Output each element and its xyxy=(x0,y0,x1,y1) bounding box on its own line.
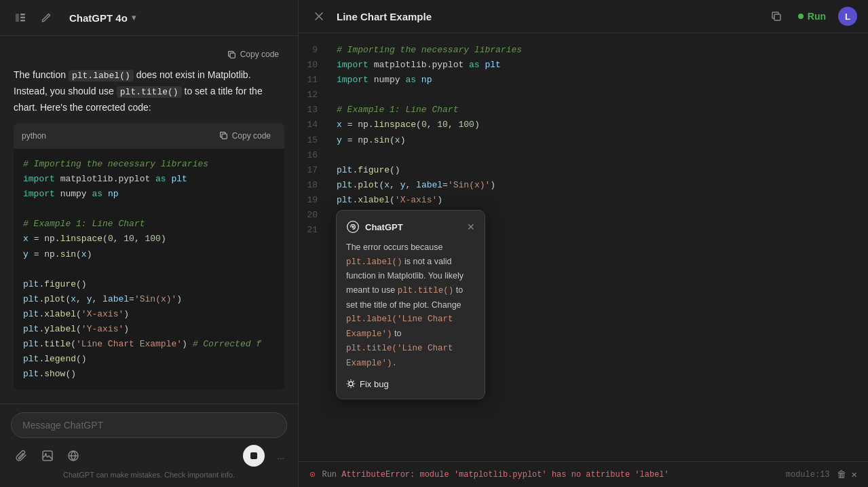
chevron-down-icon: ▾ xyxy=(132,13,136,22)
chat-content: Copy code The function plt.label() does … xyxy=(0,36,298,403)
message-input[interactable]: Message ChatGPT xyxy=(11,412,287,438)
fix-bug-label: Fix bug xyxy=(360,379,389,389)
model-name: ChatGPT 4o xyxy=(69,12,128,24)
svg-point-12 xyxy=(349,382,353,386)
code-block-header: python Copy code xyxy=(14,123,284,149)
header-actions: Run L xyxy=(767,7,857,26)
error-module-ref: module:13 xyxy=(786,470,830,480)
globe-icon[interactable] xyxy=(65,448,81,464)
error-bar: ⊙ Run AttributeError: module 'matplotlib… xyxy=(299,461,868,487)
inline-code-1: plt.label() xyxy=(69,70,134,82)
right-header: Line Chart Example Run L xyxy=(299,0,868,33)
svg-rect-1 xyxy=(20,14,25,16)
disclaimer-text: ChatGPT can make mistakes. Check importa… xyxy=(11,471,287,479)
right-panel: Line Chart Example Run L 9 10 11 xyxy=(299,0,868,487)
attach-icon[interactable] xyxy=(14,448,30,464)
chat-footer-icons: ... xyxy=(11,445,287,467)
top-bar-icons xyxy=(11,8,56,27)
error-icon: ⊙ xyxy=(309,469,315,480)
stop-button[interactable] xyxy=(243,445,265,467)
code-area: 9 10 11 12 13 14 15 16 17 18 19 20 21 # … xyxy=(299,33,868,487)
svg-rect-5 xyxy=(222,134,227,139)
stop-indicator: ... xyxy=(277,451,284,461)
assistant-error-text: The function plt.label() does not exist … xyxy=(14,67,284,115)
run-label: Run xyxy=(808,11,826,22)
top-bar: ChatGPT 4o ▾ xyxy=(0,0,298,36)
error-actions: 🗑 ✕ xyxy=(837,469,857,480)
svg-rect-3 xyxy=(20,20,25,22)
svg-rect-9 xyxy=(774,14,780,20)
error-close-button[interactable]: ✕ xyxy=(852,469,857,480)
copy-code-button-1[interactable]: Copy code xyxy=(222,47,284,62)
popup-logo: ChatGPT xyxy=(346,220,403,234)
message-input-label: Message ChatGPT xyxy=(22,420,103,431)
inline-code-2: plt.title() xyxy=(117,86,182,98)
edit-button[interactable] xyxy=(37,8,56,27)
popup-close-button[interactable]: ✕ xyxy=(467,222,475,232)
fix-bug-button[interactable]: Fix bug xyxy=(346,379,389,389)
popup-header: ChatGPT ✕ xyxy=(346,220,475,234)
left-panel: ChatGPT 4o ▾ Copy code The function plt.… xyxy=(0,0,299,487)
line-numbers: 9 10 11 12 13 14 15 16 17 18 19 20 21 xyxy=(299,33,326,487)
svg-rect-2 xyxy=(20,17,25,19)
copy-code-label-2: Copy code xyxy=(232,131,271,141)
copy-window-button[interactable] xyxy=(767,7,786,26)
copy-code-bar-1: Copy code xyxy=(14,47,284,62)
svg-rect-4 xyxy=(230,53,235,58)
chat-footer: Message ChatGPT xyxy=(0,403,298,487)
close-button[interactable] xyxy=(309,7,328,26)
error-text: Run AttributeError: module 'matplotlib.p… xyxy=(322,470,778,480)
popup-body: The error occurs because plt.label() is … xyxy=(346,240,475,371)
chatgpt-logo-icon xyxy=(346,220,360,234)
user-avatar: L xyxy=(838,7,857,26)
popup-title: ChatGPT xyxy=(365,222,403,232)
error-trash-button[interactable]: 🗑 xyxy=(837,469,846,480)
svg-point-11 xyxy=(352,226,354,228)
bug-icon xyxy=(346,379,356,389)
run-dot-icon xyxy=(798,14,804,19)
chatgpt-popup: ChatGPT ✕ The error occurs because plt.l… xyxy=(336,210,485,399)
sidebar-toggle-button[interactable] xyxy=(11,8,30,27)
code-lang-label: python xyxy=(22,131,46,141)
copy-code-button-2[interactable]: Copy code xyxy=(214,128,276,143)
run-button[interactable]: Run xyxy=(793,8,831,24)
popup-body-text: The error occurs because plt.label() is … xyxy=(346,242,464,367)
model-selector[interactable]: ChatGPT 4o ▾ xyxy=(64,10,141,26)
right-title: Line Chart Example xyxy=(337,11,759,22)
image-icon[interactable] xyxy=(39,448,56,464)
svg-rect-0 xyxy=(16,14,19,22)
stop-icon xyxy=(250,452,257,459)
code-block: python Copy code # Importing the necessa… xyxy=(14,123,284,390)
code-body: # Importing the necessary libraries impo… xyxy=(14,149,284,390)
copy-code-label-1: Copy code xyxy=(240,50,279,59)
